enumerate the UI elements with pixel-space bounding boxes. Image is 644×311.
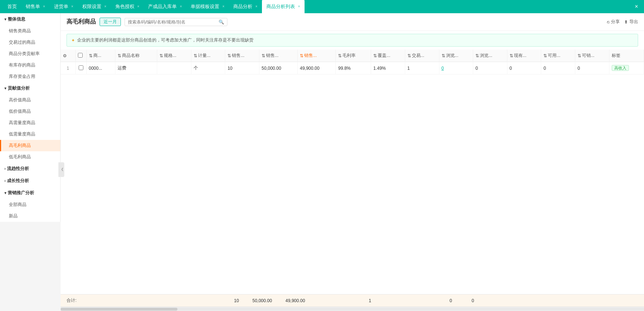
table-container[interactable]: ⚙ ⇅ 商... (61, 50, 644, 294)
sidebar-group-overall-info[interactable]: ▾ 整体信息 (0, 13, 60, 25)
col-header-current-stock[interactable]: ⇅ 现有... (507, 50, 541, 62)
sort-icon-spec: ⇅ (159, 53, 163, 58)
cell-gross-margin: 99.8% (336, 62, 371, 75)
scrollbar-thumb[interactable] (61, 308, 177, 311)
window-close-button[interactable]: × (632, 3, 641, 10)
col-header-coverage[interactable]: ⇅ 覆盖... (371, 50, 405, 62)
cell-views1[interactable]: 0 (439, 62, 473, 75)
nav-product-analysis-list[interactable]: 商品分析列表 × (262, 0, 305, 13)
sort-icon-transactions: ⇅ (407, 53, 411, 58)
sidebar-item-low-value[interactable]: 低价值商品 (0, 106, 60, 117)
footer-label: 合计: (66, 297, 76, 304)
col-header-views2[interactable]: ⇅ 浏览... (473, 50, 507, 62)
close-product-entry[interactable]: × (180, 0, 182, 13)
sidebar-collapse-button[interactable]: 《 (58, 162, 64, 177)
close-permission-settings[interactable]: × (104, 0, 107, 13)
sidebar-item-low-margin[interactable]: 低毛利商品 (0, 151, 60, 163)
info-banner: ✦ 企业的主要的利润都是这部分商品创造的，可考虑加大推广，同时关注库存是不要出现… (66, 34, 638, 47)
col-header-spec[interactable]: ⇅ 规格... (157, 50, 191, 62)
cell-num: 1 (61, 62, 75, 75)
sort-icon-views1: ⇅ (442, 53, 445, 58)
select-all-checkbox[interactable] (78, 53, 83, 58)
footer-current-stock: 0 (432, 298, 454, 303)
col-header-transactions[interactable]: ⇅ 交易... (405, 50, 439, 62)
nav-role-permissions[interactable]: 角色授权 × (111, 0, 144, 13)
content-title: 高毛利商品 (66, 18, 96, 26)
sidebar-group-value-analysis[interactable]: ▾ 贡献值分析 (0, 82, 60, 94)
sidebar-item-high-demand[interactable]: 高需量度商品 (0, 117, 60, 129)
col-header-name[interactable]: ⇅ 商品名称 (115, 50, 157, 62)
sidebar: ▾ 整体信息 销售类商品 交易过的商品 商品分类贡献率 有库存的商品 库存资金占… (0, 13, 61, 222)
sidebar-item-low-demand[interactable]: 低需量度商品 (0, 129, 60, 140)
sort-icon-coverage: ⇅ (373, 53, 377, 58)
header-actions: ⎋ 分享 ⬆ 导出 (607, 19, 638, 25)
sidebar-item-high-margin[interactable]: 高毛利商品 (0, 140, 60, 151)
top-navigation: 首页 销售单 × 进货单 × 权限设置 × 角色授权 × 产成品入库单 × 单据… (0, 0, 644, 13)
sidebar-group-growth-analysis[interactable]: › 成长性分析 (0, 175, 60, 187)
content-header: 高毛利商品 近一月 🔍 ⎋ 分享 ⬆ 导出 (61, 13, 644, 31)
sort-icon-unit: ⇅ (194, 53, 197, 58)
col-header-sellable[interactable]: ⇅ 可销... (575, 50, 609, 62)
col-header-views1[interactable]: ⇅ 浏览... (439, 50, 473, 62)
data-table: ⚙ ⇅ 商... (61, 50, 644, 75)
cell-sellable: 0 (575, 62, 609, 75)
arrow-overall-info: ▾ (4, 17, 6, 21)
search-input[interactable] (128, 19, 219, 25)
sidebar-item-high-value[interactable]: 高价值商品 (0, 94, 60, 106)
nav-product-analysis[interactable]: 商品分析 × (229, 0, 262, 13)
sort-icon-sellable: ⇅ (578, 53, 581, 58)
close-template-settings[interactable]: × (222, 0, 224, 13)
sidebar-group-marketing-analysis[interactable]: ▾ 营销推广分析 (0, 187, 60, 199)
time-filter-button[interactable]: 近一月 (100, 18, 121, 26)
col-header-unit[interactable]: ⇅ 计量... (191, 50, 225, 62)
nav-home[interactable]: 首页 (3, 0, 21, 13)
sidebar-item-goods-contribution[interactable]: 商品分类贡献率 (0, 48, 60, 59)
close-purchase-order[interactable]: × (71, 0, 73, 13)
cell-sales-qty: 10 (225, 62, 259, 75)
sidebar-wrapper: ▾ 整体信息 销售类商品 交易过的商品 商品分类贡献率 有库存的商品 库存资金占… (0, 13, 61, 311)
cell-check[interactable] (75, 62, 86, 75)
col-header-sales-profit[interactable]: ⇅ 销售... (298, 50, 336, 62)
row-checkbox[interactable] (79, 65, 83, 70)
col-header-sales-amount[interactable]: ⇅ 销售... (259, 50, 298, 62)
close-role-permissions[interactable]: × (137, 0, 140, 13)
sidebar-item-stock-goods[interactable]: 有库存的商品 (0, 59, 60, 71)
cell-current-stock: 0 (507, 62, 541, 75)
search-icon[interactable]: 🔍 (219, 19, 224, 25)
nav-sales-order[interactable]: 销售单 × (21, 0, 50, 13)
nav-purchase-order[interactable]: 进货单 × (50, 0, 78, 13)
export-icon: ⬆ (624, 19, 628, 25)
views1-link[interactable]: 0 (442, 66, 444, 71)
nav-product-entry[interactable]: 产成品入库单 × (144, 0, 186, 13)
col-header-sales-qty[interactable]: ⇅ 销售... (225, 50, 259, 62)
table-row[interactable]: 1 0000... 运费 个 10 50,000.00 49,900.00 99… (61, 62, 644, 75)
col-header-check[interactable] (75, 50, 86, 62)
export-button[interactable]: ⬆ 导出 (624, 19, 638, 25)
sidebar-item-stock-occupation[interactable]: 库存资金占用 (0, 71, 60, 82)
cell-sales-profit: 49,900.00 (298, 62, 336, 75)
table-header-row: ⚙ ⇅ 商... (61, 50, 644, 62)
col-header-gross-margin[interactable]: ⇅ 毛利率 (336, 50, 371, 62)
sidebar-item-traded-goods[interactable]: 交易过的商品 (0, 37, 60, 48)
arrow-growth-analysis: › (4, 179, 6, 183)
sidebar-item-all-goods[interactable]: 全部商品 (0, 199, 60, 210)
horizontal-scrollbar[interactable] (61, 307, 644, 311)
close-product-analysis-list[interactable]: × (298, 0, 300, 13)
col-header-code[interactable]: ⇅ 商... (86, 50, 115, 62)
sidebar-item-new-goods[interactable]: 新品 (0, 210, 60, 222)
close-sales-order[interactable]: × (43, 0, 45, 13)
cell-name: 运费 (115, 62, 157, 75)
nav-template-settings[interactable]: 单据模板设置 × (186, 0, 229, 13)
cell-code: 0000... (86, 62, 115, 75)
footer-total: 合计: 10 50,000.00 49,900.00 1 0 0 (61, 294, 644, 307)
share-button[interactable]: ⎋ 分享 (607, 19, 620, 25)
close-product-analysis[interactable]: × (255, 0, 258, 13)
col-header-tag[interactable]: 标签 (609, 50, 644, 62)
sidebar-group-trend-analysis[interactable]: › 流趋性分析 (0, 163, 60, 175)
col-header-available[interactable]: ⇅ 可用... (541, 50, 575, 62)
nav-permission-settings[interactable]: 权限设置 × (78, 0, 111, 13)
cell-tag: 高收入 (609, 62, 644, 75)
sort-icon-current-stock: ⇅ (510, 53, 513, 58)
col-header-num[interactable]: ⚙ (61, 50, 75, 62)
sidebar-item-sales-goods[interactable]: 销售类商品 (0, 25, 60, 37)
